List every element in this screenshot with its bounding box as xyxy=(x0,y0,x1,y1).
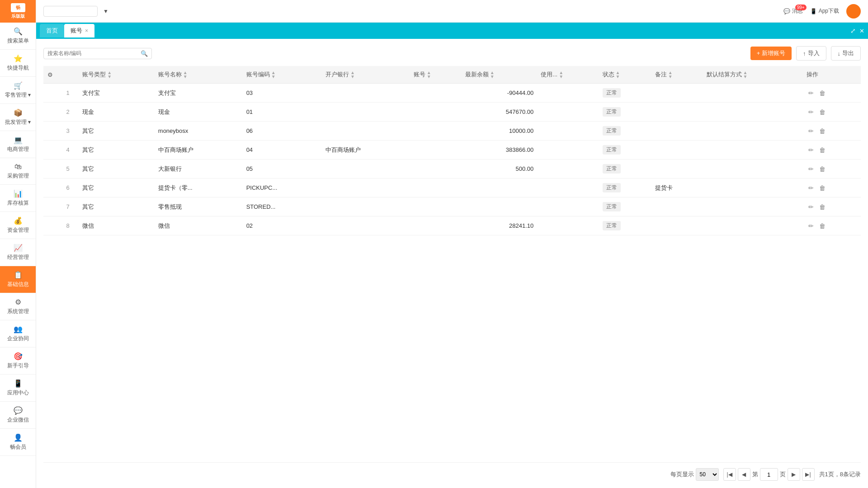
delete-button-7[interactable]: 🗑 xyxy=(817,221,827,230)
th-account[interactable]: 账号▲▼ xyxy=(410,66,462,84)
edit-button-0[interactable]: ✏ xyxy=(807,89,816,98)
row-bank-0 xyxy=(322,84,410,103)
sidebar-item-4[interactable]: 💻电商管理 xyxy=(0,131,36,158)
sidebar-item-0[interactable]: 🔍搜索菜单 xyxy=(0,23,36,50)
row-action-0: ✏ 🗑 xyxy=(803,84,861,103)
table-row: 3 其它 moneybosx 06 10000.00 正常 ✏ 🗑 xyxy=(43,122,861,141)
table-row: 4 其它 中百商场账户 04 中百商场账户 383866.00 正常 ✏ 🗑 xyxy=(43,141,861,160)
page-number-input[interactable] xyxy=(760,468,778,481)
row-account-5 xyxy=(410,178,462,197)
sidebar-item-10[interactable]: ⚙系统管理 xyxy=(0,293,36,320)
import-button[interactable]: ↑ 导入 xyxy=(796,46,826,61)
sidebar-item-1[interactable]: ⭐快捷导航 xyxy=(0,50,36,77)
row-settings-0 xyxy=(43,84,57,103)
topbar-search-input[interactable] xyxy=(43,6,98,17)
th-balance[interactable]: 最新余额▲▼ xyxy=(462,66,538,84)
row-remark-4 xyxy=(651,160,703,178)
sidebar-item-13[interactable]: 📱应用中心 xyxy=(0,375,36,402)
search-input[interactable] xyxy=(47,50,138,56)
th-usage[interactable]: 使用...▲▼ xyxy=(537,66,599,84)
prev-page-button[interactable]: ◀ xyxy=(738,468,750,481)
row-num-3: 4 xyxy=(57,141,79,160)
sidebar-icon-7: 💰 xyxy=(14,216,23,225)
logo: 畅 乐版版 xyxy=(0,0,36,23)
row-name-7: 微信 xyxy=(155,216,243,235)
export-button[interactable]: ↓ 导出 xyxy=(831,46,861,61)
last-page-button[interactable]: ▶| xyxy=(802,468,815,481)
row-balance-7: 28241.10 xyxy=(462,216,538,235)
tab-account[interactable]: 账号 × xyxy=(64,24,94,38)
row-usage-0 xyxy=(537,84,599,103)
first-page-button[interactable]: |◀ xyxy=(723,468,736,481)
sidebar-item-8[interactable]: 📈经营管理 xyxy=(0,239,36,266)
delete-button-6[interactable]: 🗑 xyxy=(817,202,827,211)
row-num-1: 2 xyxy=(57,103,79,122)
th-name[interactable]: 账号名称▲▼ xyxy=(155,66,243,84)
account-table-container: ⚙ 账号类型▲▼ 账号名称▲▼ 账号编码▲▼ 开户银行▲▼ 账号▲▼ 最新余额▲… xyxy=(43,66,861,462)
tab-expand-icon[interactable]: ⤢ xyxy=(850,27,856,34)
row-account-2 xyxy=(410,122,462,141)
delete-button-1[interactable]: 🗑 xyxy=(817,108,827,117)
row-account-6 xyxy=(410,197,462,216)
table-row: 5 其它 大新银行 05 500.00 正常 ✏ 🗑 xyxy=(43,160,861,178)
row-account-0 xyxy=(410,84,462,103)
user-avatar[interactable] xyxy=(846,4,861,19)
delete-button-5[interactable]: 🗑 xyxy=(817,183,827,192)
sidebar-icon-5: 🛍 xyxy=(14,163,22,171)
sidebar-item-12[interactable]: 🎯新手引导 xyxy=(0,347,36,375)
delete-button-2[interactable]: 🗑 xyxy=(817,127,827,136)
sidebar-item-11[interactable]: 👥企业协同 xyxy=(0,320,36,347)
sidebar-label-5: 采购管理 xyxy=(7,172,29,180)
add-account-button[interactable]: + 新增账号 xyxy=(750,47,792,60)
sidebar-item-3[interactable]: 📦批发管理 ▾ xyxy=(0,104,36,131)
sidebar-item-6[interactable]: 📊库存核算 xyxy=(0,185,36,212)
row-num-6: 7 xyxy=(57,197,79,216)
row-usage-1 xyxy=(537,103,599,122)
sidebar-item-7[interactable]: 💰资金管理 xyxy=(0,212,36,239)
next-page-button[interactable]: ▶ xyxy=(788,468,800,481)
sidebar-label-13: 应用中心 xyxy=(7,389,29,397)
th-default-settle[interactable]: 默认结算方式▲▼ xyxy=(703,66,803,84)
edit-button-6[interactable]: ✏ xyxy=(807,202,816,211)
row-bank-1 xyxy=(322,103,410,122)
topbar-left: ▼ xyxy=(43,6,108,17)
tab-home[interactable]: 首页 xyxy=(40,24,64,38)
sidebar-label-15: 畅会员 xyxy=(10,443,26,451)
sidebar-label-14: 企业微信 xyxy=(7,416,29,424)
sidebar-icon-6: 📊 xyxy=(14,189,23,198)
row-usage-3 xyxy=(537,141,599,160)
row-settings-7 xyxy=(43,216,57,235)
sidebar-item-15[interactable]: 👤畅会员 xyxy=(0,429,36,456)
sidebar-item-9[interactable]: 📋基础信息 xyxy=(0,266,36,293)
sidebar-item-2[interactable]: 🛒零售管理 ▾ xyxy=(0,77,36,104)
row-account-3 xyxy=(410,141,462,160)
sidebar-item-5[interactable]: 🛍采购管理 xyxy=(0,158,36,185)
th-remark[interactable]: 备注▲▼ xyxy=(651,66,703,84)
topbar-dropdown[interactable]: ▼ xyxy=(103,8,108,14)
edit-button-5[interactable]: ✏ xyxy=(807,183,816,192)
topbar-app-download[interactable]: 📱 App下载 xyxy=(810,7,839,15)
delete-button-0[interactable]: 🗑 xyxy=(817,89,827,98)
edit-button-2[interactable]: ✏ xyxy=(807,127,816,136)
delete-button-4[interactable]: 🗑 xyxy=(817,164,827,174)
row-usage-6 xyxy=(537,197,599,216)
tab-close-icon[interactable]: × xyxy=(85,28,88,33)
logo-text: 乐版版 xyxy=(11,13,25,19)
row-usage-4 xyxy=(537,160,599,178)
edit-button-7[interactable]: ✏ xyxy=(807,221,816,230)
sidebar-item-14[interactable]: 💬企业微信 xyxy=(0,402,36,429)
edit-button-1[interactable]: ✏ xyxy=(807,108,816,117)
edit-button-4[interactable]: ✏ xyxy=(807,164,816,174)
th-status[interactable]: 状态▲▼ xyxy=(599,66,651,84)
per-page-dropdown[interactable]: 50 100 xyxy=(696,468,719,481)
th-bank[interactable]: 开户银行▲▼ xyxy=(322,66,410,84)
row-default-settle-1 xyxy=(703,103,803,122)
tab-close-btn[interactable]: ✕ xyxy=(859,28,864,34)
th-settings[interactable]: ⚙ xyxy=(43,66,57,84)
delete-button-3[interactable]: 🗑 xyxy=(817,145,827,155)
sidebar-label-11: 企业协同 xyxy=(7,335,29,343)
edit-button-3[interactable]: ✏ xyxy=(807,145,816,155)
topbar-message-button[interactable]: 💬 消息 99+ xyxy=(783,7,803,15)
th-type[interactable]: 账号类型▲▼ xyxy=(79,66,155,84)
th-code[interactable]: 账号编码▲▼ xyxy=(243,66,322,84)
